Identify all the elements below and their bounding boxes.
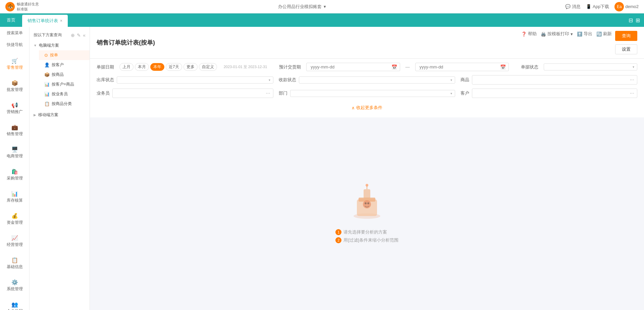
payment-dropdown[interactable]: ▾: [299, 76, 455, 84]
export-button[interactable]: ⬆️ 导出: [577, 31, 592, 37]
left-panel: 按以下方案查询 ⊕ ✎ « ▼ 电脑端方案 ⊙ 按单: [30, 27, 90, 310]
finance-icon: 💰: [0, 213, 29, 219]
tree-item-by-goods[interactable]: 📦 按商品: [39, 70, 90, 80]
arrow-down-icon: ▼: [34, 44, 37, 47]
expected-date-end-input[interactable]: [418, 63, 500, 71]
shipment-dropdown[interactable]: ▾: [117, 76, 273, 84]
sidebar-item-inventory[interactable]: 📊 库存核算: [0, 186, 29, 208]
calendar-start-icon[interactable]: 📅: [391, 64, 397, 70]
basic-icon: 📋: [0, 257, 29, 263]
goods-dropdown[interactable]: ···: [472, 75, 637, 85]
goods-tree-icon: 📦: [44, 72, 50, 77]
svg-point-5: [367, 202, 369, 204]
sidebar-item-sales[interactable]: 💼 销售管理: [0, 119, 29, 142]
tab-close-icon[interactable]: ×: [60, 18, 62, 23]
tree-item-by-category[interactable]: 📋 按商品分类: [39, 99, 90, 109]
sidebar-item-basic[interactable]: 📋 基础信息: [0, 252, 29, 274]
expected-date-start-input[interactable]: [309, 63, 391, 71]
tab-home[interactable]: 首页: [0, 13, 22, 27]
refresh-icon: 🔄: [596, 32, 602, 37]
hint-num-1: 1: [335, 229, 341, 235]
sidebar-item-retail[interactable]: 🛒 零售管理: [0, 53, 29, 75]
sidebar-item-purchase[interactable]: 🛍️ 采购管理: [0, 164, 29, 186]
page-action-area: ❓ 帮助 🖨️ 按模板打印 ▾ ⬆️ 导出: [521, 31, 637, 54]
logo-text: 畅捷通好生意 标准版: [17, 2, 39, 11]
empty-illustration: [347, 183, 387, 224]
sidebar-item-collab[interactable]: 👥 企业协同: [0, 297, 29, 310]
filter-row-date: 单据日期 上月 本月 本年 近7天 更多 自定义 2023-01-01 至 20…: [97, 63, 637, 71]
empty-hints: 1 请先选择要分析的方案 2 用[过滤]条件来缩小分析范围: [335, 229, 398, 245]
mobile-scheme-section: ▶ 移动端方案: [30, 109, 90, 120]
expected-date-end[interactable]: 📅: [415, 63, 509, 71]
date-btn-more[interactable]: 更多: [183, 63, 198, 71]
sidebar-item-finance[interactable]: 💰 资金管理: [0, 208, 29, 230]
expected-date-start[interactable]: 📅: [306, 63, 400, 71]
query-button[interactable]: 查询: [615, 31, 637, 41]
department-dropdown[interactable]: ▾: [290, 90, 455, 97]
tree-item-by-customer[interactable]: 👤 按客户: [39, 60, 90, 70]
customer-dropdown[interactable]: ···: [472, 89, 637, 98]
sidebar-item-ecommerce[interactable]: 🖥️ 电商管理: [0, 142, 29, 164]
date-btn-this-month[interactable]: 本月: [135, 63, 149, 71]
collapse-panel-icon[interactable]: «: [83, 33, 86, 38]
payment-arrow-icon: ▾: [450, 78, 452, 82]
date-btn-custom[interactable]: 自定义: [199, 63, 217, 71]
sidebar-search[interactable]: 搜索菜单: [0, 27, 29, 39]
sidebar-item-system[interactable]: ⚙️ 系统管理: [0, 274, 29, 297]
add-scheme-icon[interactable]: ⊕: [71, 33, 75, 38]
print-button[interactable]: 🖨️ 按模板打印 ▾: [541, 31, 573, 37]
user-menu[interactable]: Ea demo2: [614, 2, 639, 11]
pc-scheme-parent[interactable]: ▼ 电脑端方案: [30, 41, 90, 50]
filter-area: 单据日期 上月 本月 本年 近7天 更多 自定义 2023-01-01 至 20…: [90, 59, 644, 117]
wholesale-icon: 📦: [0, 80, 29, 86]
message-button[interactable]: 💬 消息: [565, 4, 581, 10]
btn-action-row: 查询 设置: [615, 31, 637, 54]
edit-scheme-icon[interactable]: ✎: [77, 33, 81, 38]
salesman-ellipsis-icon[interactable]: ···: [266, 90, 270, 96]
sidebar-item-marketing[interactable]: 📢 营销推广: [0, 97, 29, 119]
radio-icon: ⊙: [44, 53, 48, 58]
refresh-button[interactable]: 🔄 刷新: [596, 31, 612, 37]
left-panel-title: 按以下方案查询: [34, 32, 62, 38]
help-button[interactable]: ❓ 帮助: [521, 31, 537, 37]
dropdown-arrow-icon[interactable]: ▾: [324, 4, 326, 9]
department-arrow-icon: ▾: [450, 92, 452, 95]
date-btn-this-year[interactable]: 本年: [150, 63, 164, 71]
retail-icon: 🛒: [0, 58, 29, 64]
status-dropdown[interactable]: ▾: [544, 63, 637, 70]
date-btn-last-month[interactable]: 上月: [119, 63, 133, 71]
export-icon: ⬆️: [577, 32, 582, 37]
tree-item-by-order[interactable]: ⊙ 按单: [39, 50, 90, 60]
tab-active[interactable]: 销售订单统计表 ×: [22, 15, 68, 27]
mobile-scheme-parent[interactable]: ▶ 移动端方案: [30, 110, 90, 120]
collab-icon: 👥: [0, 301, 29, 308]
customer-ellipsis-icon[interactable]: ···: [630, 90, 634, 96]
right-content: 销售订单统计表(按单) ❓ 帮助 🖨️ 按模板打印 ▾: [90, 27, 644, 310]
sales-icon: 💼: [0, 124, 29, 131]
minimize-icon[interactable]: ⊟: [629, 17, 633, 23]
svg-point-8: [366, 184, 368, 187]
topbar-center[interactable]: 办公用品行业模拟账套 ▾: [278, 4, 326, 10]
system-icon: ⚙️: [0, 279, 29, 286]
main-layout: 搜索菜单 快捷导航 🛒 零售管理 📦 批发管理 📢 营销推广 💼 销售管理 🖥️…: [0, 27, 644, 310]
sidebar-nav[interactable]: 快捷导航: [0, 39, 29, 50]
settings-button[interactable]: 设置: [615, 44, 637, 54]
tree-item-by-sales[interactable]: 📊 按业务员: [39, 89, 90, 99]
status-label: 单据状态: [521, 64, 538, 70]
sidebar-item-operation[interactable]: 📈 经营管理: [0, 230, 29, 252]
date-btn-7days[interactable]: 近7天: [166, 63, 182, 71]
hint-num-2: 2: [335, 237, 341, 243]
empty-svg: [347, 183, 387, 223]
app-download-button[interactable]: 📱 App下载: [586, 4, 609, 10]
filter-col-goods: 商品 ···: [461, 75, 637, 85]
sidebar-item-wholesale[interactable]: 📦 批发管理: [0, 75, 29, 97]
salesman-dropdown[interactable]: ···: [112, 89, 273, 98]
tree-item-by-customer-goods[interactable]: 📊 按客户+商品: [39, 80, 90, 89]
goods-ellipsis-icon[interactable]: ···: [630, 77, 634, 83]
calendar-end-icon[interactable]: 📅: [500, 64, 506, 70]
collapse-button[interactable]: ∧ 收起更多条件: [97, 102, 637, 113]
filter-row-status: 出库状态 ▾ 收款状态 ▾ 商品: [97, 75, 637, 85]
date-range-text: 2023-01-01 至 2023-12-31: [224, 64, 267, 69]
maximize-icon[interactable]: ⊞: [636, 17, 640, 23]
print-dropdown-icon[interactable]: ▾: [571, 32, 573, 37]
